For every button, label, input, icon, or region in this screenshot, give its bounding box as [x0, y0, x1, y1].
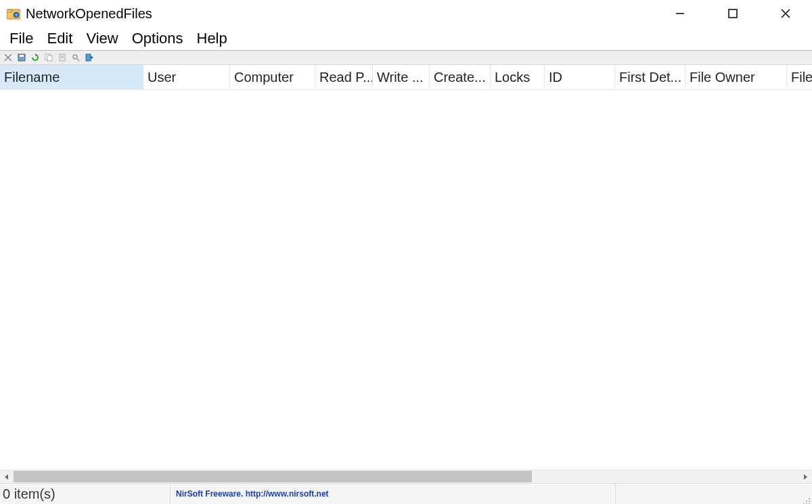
scroll-track[interactable]: [14, 470, 798, 483]
svg-rect-14: [47, 55, 52, 61]
horizontal-scrollbar[interactable]: [0, 469, 812, 483]
svg-rect-1: [7, 9, 12, 12]
column-header[interactable]: File: [787, 65, 812, 89]
svg-marker-23: [804, 474, 807, 480]
column-header[interactable]: User: [143, 65, 230, 89]
save-icon[interactable]: [16, 52, 27, 63]
close-button[interactable]: [759, 0, 812, 27]
status-credit[interactable]: NirSoft Freeware. http://www.nirsoft.net: [171, 489, 329, 499]
svg-line-19: [77, 59, 79, 61]
status-bar: 0 item(s) NirSoft Freeware. http://www.n…: [0, 483, 812, 504]
menu-bar: File Edit View Options Help: [0, 27, 812, 50]
minimize-button[interactable]: [654, 0, 706, 27]
app-window: ? NetworkOpenedFiles File Edit View Opti…: [0, 0, 812, 504]
menu-file[interactable]: File: [3, 27, 40, 50]
svg-point-24: [809, 498, 810, 499]
status-item-count: 0 item(s): [0, 484, 171, 504]
column-header[interactable]: First Det...: [615, 65, 685, 89]
column-headers: FilenameUserComputerRead P...Write ...Cr…: [0, 65, 812, 90]
column-header[interactable]: Computer: [230, 65, 315, 89]
find-icon[interactable]: [70, 52, 81, 63]
scroll-thumb[interactable]: [14, 471, 532, 482]
column-header[interactable]: ID: [545, 65, 615, 89]
svg-point-25: [806, 501, 807, 502]
menu-help[interactable]: Help: [190, 27, 234, 50]
scroll-right-arrow-icon[interactable]: [798, 470, 812, 483]
scroll-left-arrow-icon[interactable]: [0, 470, 14, 483]
column-header[interactable]: Locks: [491, 65, 545, 89]
maximize-button[interactable]: [706, 0, 759, 27]
toolbar: [0, 50, 812, 65]
svg-point-18: [73, 55, 77, 59]
exit-icon[interactable]: [84, 52, 95, 63]
svg-point-26: [809, 501, 810, 502]
svg-marker-21: [91, 55, 93, 60]
svg-rect-5: [729, 9, 737, 18]
title-bar[interactable]: ? NetworkOpenedFiles: [0, 0, 812, 27]
column-header[interactable]: Create...: [430, 65, 491, 89]
refresh-icon[interactable]: [30, 52, 41, 63]
window-title: NetworkOpenedFiles: [26, 6, 152, 22]
menu-edit[interactable]: Edit: [40, 27, 79, 50]
resize-grip-icon[interactable]: [801, 493, 811, 503]
column-header[interactable]: Filename: [0, 65, 143, 89]
svg-rect-11: [20, 55, 24, 57]
column-header[interactable]: Write ...: [373, 65, 430, 89]
copy-icon[interactable]: [43, 52, 54, 63]
svg-rect-20: [86, 54, 91, 61]
window-controls: [654, 0, 812, 27]
column-header[interactable]: File Owner: [685, 65, 787, 89]
menu-options[interactable]: Options: [125, 27, 190, 50]
close-icon[interactable]: [3, 52, 14, 63]
menu-view[interactable]: View: [79, 27, 125, 50]
svg-marker-22: [5, 474, 8, 480]
list-content[interactable]: [0, 90, 812, 469]
properties-icon[interactable]: [57, 52, 68, 63]
status-right-pane: [615, 484, 812, 504]
app-icon: ?: [7, 7, 20, 20]
column-header[interactable]: Read P...: [315, 65, 373, 89]
